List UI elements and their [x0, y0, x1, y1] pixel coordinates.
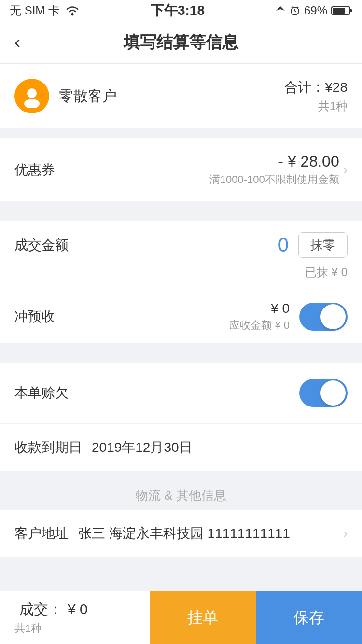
debt-section: 本单赊欠 收款到期日 2019年12月30日 [0, 363, 362, 471]
debt-toggle-knob [320, 380, 346, 406]
duedate-row: 收款到期日 2019年12月30日 [0, 423, 362, 471]
logistics-title: 物流 & 其他信息 [136, 487, 226, 504]
coupon-value: - ¥ 28.00 满1000-100不限制使用金额 [209, 153, 339, 187]
coupon-row[interactable]: 优惠券 - ¥ 28.00 满1000-100不限制使用金额 › [0, 138, 362, 201]
section-separator-1 [0, 211, 362, 221]
customer-row: 零散客户 合计：¥28 共1种 [0, 64, 362, 128]
section-separator-2 [0, 353, 362, 363]
address-value: 张三 海淀永丰科技园 11111111111 [78, 524, 339, 543]
status-right: 69% [275, 4, 352, 17]
customer-avatar [14, 79, 49, 113]
prereceive-toggle[interactable] [299, 303, 348, 331]
customer-section: 零散客户 合计：¥28 共1种 [0, 64, 362, 128]
toggle-knob [320, 304, 346, 329]
customer-left: 零散客户 [14, 79, 117, 113]
coupon-desc: 满1000-100不限制使用金额 [209, 172, 339, 187]
summary-count: 共1种 [14, 621, 135, 636]
address-section: 客户地址 张三 海淀永丰科技园 11111111111 › [0, 510, 362, 557]
address-label: 客户地址 [14, 524, 69, 543]
prereceive-label: 冲预收 [14, 308, 55, 326]
prereceive-receivable: 应收金额 ¥ 0 [229, 318, 290, 333]
hold-button[interactable]: 挂单 [150, 591, 256, 644]
svg-point-9 [27, 88, 37, 98]
amount-section: 成交金额 0 抹零 已抹 ¥ 0 冲预收 ¥ 0 应收金额 ¥ 0 [0, 221, 362, 343]
amount-label: 成交金额 [14, 236, 69, 254]
alarm-icon [290, 5, 300, 16]
svg-point-0 [71, 14, 74, 16]
summary-deal: 成交：¥ 0 [14, 600, 135, 619]
coupon-discount: - ¥ 28.00 [278, 153, 339, 170]
bottom-bar: 成交：¥ 0 共1种 挂单 保存 [0, 591, 362, 644]
back-button[interactable]: ‹ [14, 32, 20, 53]
prereceive-amount: ¥ 0 [229, 301, 290, 316]
battery-percent: 69% [304, 4, 327, 17]
battery-icon [331, 5, 352, 16]
amount-row: 成交金额 0 抹零 [0, 221, 362, 263]
chevron-right-icon: › [343, 162, 348, 178]
sim-status: 无 SIM 卡 [10, 3, 60, 18]
prereceive-amounts: ¥ 0 应收金额 ¥ 0 [229, 301, 290, 333]
wifi-icon [65, 5, 80, 16]
debt-label: 本单赊欠 [14, 384, 69, 402]
deal-value: ¥ 0 [68, 601, 88, 617]
status-bar: 无 SIM 卡 下午3:18 69% [0, 0, 362, 21]
avatar-icon [20, 84, 43, 108]
location-icon [275, 5, 286, 16]
logistics-separator: 物流 & 其他信息 [0, 481, 362, 510]
save-button[interactable]: 保存 [256, 591, 362, 644]
customer-count: 共1种 [284, 98, 348, 114]
svg-point-10 [24, 99, 40, 108]
address-chevron-icon: › [343, 526, 348, 541]
customer-name: 零散客户 [59, 86, 117, 106]
coupon-section: 优惠券 - ¥ 28.00 满1000-100不限制使用金额 › [0, 138, 362, 201]
nav-bar: ‹ 填写结算等信息 [0, 21, 362, 64]
duedate-label: 收款到期日 [14, 438, 82, 457]
svg-rect-7 [350, 9, 352, 12]
deal-label: 成交： [19, 601, 63, 617]
customer-total: 合计：¥28 [284, 78, 348, 97]
address-row[interactable]: 客户地址 张三 海淀永丰科技园 11111111111 › [0, 510, 362, 557]
round-button[interactable]: 抹零 [298, 232, 348, 258]
debt-toggle[interactable] [299, 379, 348, 407]
debt-row: 本单赊欠 [0, 363, 362, 423]
prereceive-row: 冲预收 ¥ 0 应收金额 ¥ 0 [0, 290, 362, 343]
svg-line-3 [295, 11, 296, 12]
amount-input-area: 0 抹零 [278, 232, 348, 258]
page-title: 填写结算等信息 [124, 31, 238, 54]
summary-left: 成交：¥ 0 共1种 [0, 600, 150, 636]
prereceive-right: ¥ 0 应收金额 ¥ 0 [229, 301, 348, 333]
status-time: 下午3:18 [151, 1, 205, 20]
svg-rect-8 [333, 8, 345, 14]
status-left: 无 SIM 卡 [10, 3, 80, 18]
coupon-label: 优惠券 [14, 161, 55, 179]
amount-value[interactable]: 0 [278, 234, 289, 256]
amount-sub: 已抹 ¥ 0 [0, 263, 362, 290]
customer-right: 合计：¥28 共1种 [284, 78, 348, 114]
duedate-value[interactable]: 2019年12月30日 [92, 438, 193, 457]
